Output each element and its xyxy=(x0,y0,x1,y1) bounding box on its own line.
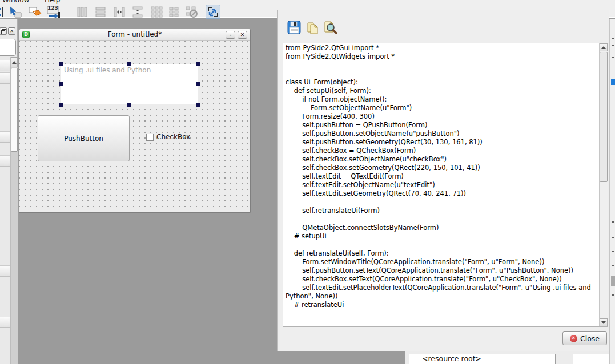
break-layout-icon xyxy=(185,6,199,18)
generated-code-view[interactable]: from PySide2.QtGui import * from PySide2… xyxy=(283,43,608,327)
widget-category-row[interactable] xyxy=(0,131,10,143)
panel-float-button[interactable] xyxy=(0,27,7,35)
form-title-bar[interactable]: D Form - untitled* - ✕ xyxy=(19,29,250,41)
text-edit-widget[interactable]: Using .ui files and Python xyxy=(61,64,198,104)
save-code-button[interactable] xyxy=(287,21,302,35)
edit-widgets-icon xyxy=(0,6,5,18)
edit-tab-order-icon: 123 xyxy=(46,5,61,19)
checkbox-label: CheckBox xyxy=(156,133,190,141)
check-box-widget[interactable]: CheckBox xyxy=(146,131,209,144)
triangle-up-icon xyxy=(12,61,17,64)
form-minimize-button[interactable]: - xyxy=(226,31,235,39)
close-icon: ✕ xyxy=(240,33,245,38)
scroll-down-button[interactable] xyxy=(600,318,608,326)
save-icon xyxy=(287,21,302,34)
layout-grid-icon xyxy=(150,6,163,18)
copy-icon xyxy=(306,21,320,35)
close-icon: ✕ xyxy=(10,29,14,34)
scroll-up-button[interactable] xyxy=(600,43,608,51)
layout-vertical-splitter-button[interactable] xyxy=(130,5,145,19)
resource-browser-strip: <resource root> xyxy=(405,351,615,364)
widget-box-scrollbar[interactable] xyxy=(10,57,18,364)
widget-category-row[interactable] xyxy=(0,155,10,167)
python-code-text[interactable]: from PySide2.QtGui import * from PySide2… xyxy=(283,43,608,309)
menu-bar: Window Help xyxy=(0,0,615,5)
property-editor-edge-sliver xyxy=(609,19,615,364)
widget-category-row[interactable] xyxy=(0,317,10,328)
form-editor-window: D Form - untitled* - ✕ Using .ui files a… xyxy=(19,29,251,213)
layout-vertically-button[interactable] xyxy=(93,5,108,19)
scrollbar-thumb[interactable] xyxy=(11,68,18,152)
sliver-selection-mark xyxy=(611,79,615,85)
copy-code-button[interactable] xyxy=(306,21,320,35)
selection-handle-bottom-center[interactable] xyxy=(127,103,131,107)
selection-handle-bottom-left[interactable] xyxy=(59,103,63,107)
widget-category-row[interactable] xyxy=(0,60,10,71)
layout-vertical-splitter-icon xyxy=(131,6,144,18)
edit-tab-order-button[interactable]: 123 xyxy=(46,5,61,19)
find-icon xyxy=(323,21,337,35)
selection-handle-top-right[interactable] xyxy=(196,62,200,66)
sliver-mark xyxy=(612,221,614,223)
close-red-circle-icon: ✕ xyxy=(570,335,577,342)
widget-filter-input[interactable] xyxy=(0,39,16,56)
sliver-mark xyxy=(612,251,614,252)
layout-grid-button[interactable] xyxy=(149,5,164,19)
form-canvas[interactable]: Using .ui files and Python PushButton Ch… xyxy=(19,41,250,212)
sliver-mark xyxy=(612,237,614,238)
triangle-up-icon xyxy=(601,46,606,49)
layout-form-icon xyxy=(168,6,180,18)
push-button-widget[interactable]: PushButton xyxy=(38,115,130,161)
resource-side-panel[interactable] xyxy=(573,354,615,364)
sliver-mark xyxy=(612,57,614,58)
triangle-down-icon xyxy=(601,321,606,324)
menu-item-help[interactable]: Help xyxy=(45,0,60,4)
edit-signals-slots-icon xyxy=(9,5,22,19)
widget-box-panel: ✕ xyxy=(0,19,18,364)
layout-horizontal-splitter-icon xyxy=(113,6,126,18)
toolbar-separator xyxy=(68,6,70,17)
resource-root-item[interactable]: <resource root> xyxy=(409,354,556,364)
break-layout-button[interactable] xyxy=(184,5,199,19)
text-edit-placeholder: Using .ui files and Python xyxy=(64,66,151,74)
adjust-size-button[interactable] xyxy=(206,5,220,19)
resource-root-label: <resource root> xyxy=(422,354,481,363)
layout-horizontally-icon xyxy=(76,6,89,18)
widget-category-row[interactable] xyxy=(0,72,10,84)
sliver-scroll-mark xyxy=(611,276,615,286)
form-window-title: Form - untitled* xyxy=(19,30,250,38)
selection-handle-top-left[interactable] xyxy=(59,62,63,66)
code-scrollbar[interactable] xyxy=(599,43,608,326)
adjust-size-icon xyxy=(207,6,219,18)
close-dialog-button[interactable]: ✕ Close xyxy=(562,331,607,345)
layout-horizontal-splitter-button[interactable] xyxy=(112,5,127,19)
code-preview-dialog: from PySide2.QtGui import * from PySide2… xyxy=(277,10,609,351)
sliver-mark xyxy=(612,45,614,46)
edit-buddies-button[interactable] xyxy=(27,5,42,19)
widget-category-row[interactable] xyxy=(0,265,10,277)
selection-handle-bottom-right[interactable] xyxy=(196,103,200,107)
sliver-mark xyxy=(612,265,614,266)
push-button-label: PushButton xyxy=(64,135,103,143)
scrollbar-thumb[interactable] xyxy=(600,52,608,182)
find-in-code-button[interactable] xyxy=(323,21,337,35)
layout-form-button[interactable] xyxy=(167,5,182,19)
close-button-label: Close xyxy=(580,334,600,343)
form-close-button[interactable]: ✕ xyxy=(238,31,247,39)
scroll-up-button[interactable] xyxy=(11,57,18,67)
edit-signals-slots-button[interactable] xyxy=(8,5,23,19)
sliver-mark xyxy=(612,38,614,39)
menu-item-window[interactable]: Window xyxy=(2,0,29,4)
edit-buddies-icon xyxy=(27,5,42,19)
qt-designer-screen: { "menu_bar": { "items": [ { "mnemonic":… xyxy=(0,0,615,364)
layout-horizontally-button[interactable] xyxy=(75,5,90,19)
selection-handle-top-center[interactable] xyxy=(127,62,131,66)
edit-widgets-button[interactable] xyxy=(0,5,6,19)
selection-handle-mid-right[interactable] xyxy=(196,82,200,86)
selection-handle-mid-left[interactable] xyxy=(59,82,63,86)
checkbox-box[interactable] xyxy=(146,134,154,141)
float-icon xyxy=(1,29,5,33)
sliver-mark xyxy=(612,294,614,296)
panel-close-button[interactable]: ✕ xyxy=(8,27,15,35)
layout-vertically-icon xyxy=(94,6,107,18)
